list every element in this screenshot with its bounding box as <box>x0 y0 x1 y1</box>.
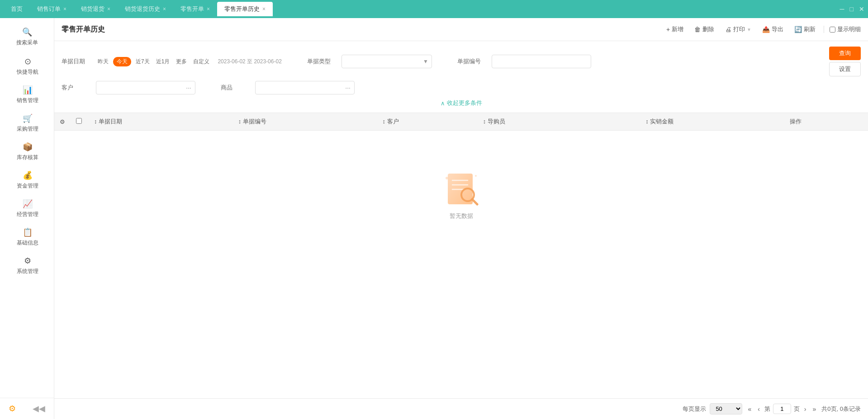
goods-dots-btn[interactable]: ··· <box>345 84 351 91</box>
empty-text: 暂无数据 <box>450 212 473 220</box>
display-detail-toggle[interactable]: 显示明细 <box>830 25 861 33</box>
sidebar-item-sys-mgmt[interactable]: ⚙ 系统管理 <box>0 251 54 280</box>
page-nav: « ‹ 第 页 › » <box>746 404 818 414</box>
maximize-btn[interactable]: □ <box>850 5 854 13</box>
tab-bar: 首页 销售订单 × 销货退货 × 销货退货历史 × 零售开单 × 零售开单历史 … <box>0 0 868 18</box>
content: 零售开单历史 + 新增 🗑 删除 🖨 打印 ▼ 📤 导出 <box>54 18 868 419</box>
sidebar-settings-icon[interactable]: ⚙ <box>9 404 16 414</box>
date-btn-today[interactable]: 今天 <box>113 57 131 66</box>
customer-input[interactable] <box>100 85 184 91</box>
customer-filter-label: 客户 <box>62 84 89 92</box>
date-btn-custom[interactable]: 自定义 <box>191 57 211 66</box>
customer-dots-btn[interactable]: ··· <box>186 84 191 91</box>
bill-no-input[interactable] <box>492 55 591 68</box>
col-bill-no[interactable]: ↕ 单据编号 <box>233 113 377 131</box>
display-detail-checkbox[interactable] <box>830 27 835 33</box>
per-page-select[interactable]: 50 100 200 <box>710 403 742 414</box>
query-button[interactable]: 查询 <box>829 47 861 60</box>
tab-sales-return-history[interactable]: 销货退货历史 × <box>118 2 173 16</box>
main-layout: 🔍 搜索采单 ⊙ 快捷导航 📊 销售管理 🛒 采购管理 📦 库存核算 💰 资金管… <box>0 18 868 419</box>
export-button[interactable]: 📤 导出 <box>759 24 786 35</box>
toolbar: + 新增 🗑 删除 🖨 打印 ▼ 📤 导出 🔄 <box>664 24 861 35</box>
search-icon: 🔍 <box>22 27 32 37</box>
svg-line-5 <box>472 199 477 204</box>
tab-sales-order-close[interactable]: × <box>63 6 66 12</box>
close-btn[interactable]: ✕ <box>859 5 864 13</box>
table-header-row: ⚙ ↕ 单据日期 ↕ 单据编号 <box>54 113 868 131</box>
date-range-display: 2023-06-02 至 2023-06-02 <box>218 58 281 66</box>
date-btn-yesterday[interactable]: 昨天 <box>96 57 110 66</box>
per-page-label: 每页显示 <box>683 405 706 413</box>
print-icon: 🖨 <box>725 26 731 33</box>
tab-retail-open[interactable]: 零售开单 × <box>173 2 217 16</box>
date-btn-1month[interactable]: 近1月 <box>154 57 172 66</box>
settings-gear-icon[interactable]: ⚙ <box>60 118 65 125</box>
export-icon: 📤 <box>762 26 770 33</box>
sales-mgmt-icon: 📊 <box>23 85 33 95</box>
sidebar-item-sales-mgmt[interactable]: 📊 销售管理 <box>0 80 54 109</box>
tab-sales-return[interactable]: 销货退货 × <box>74 2 118 16</box>
sys-mgmt-icon: ⚙ <box>24 256 31 266</box>
page-input[interactable] <box>773 404 791 414</box>
window-controls: ─ □ ✕ <box>840 5 864 13</box>
page-prefix-label: 第 <box>764 405 770 413</box>
add-icon: + <box>666 26 670 33</box>
sidebar-item-basic-info[interactable]: 📋 基础信息 <box>0 223 54 251</box>
prev-page-btn[interactable]: ‹ <box>756 405 762 414</box>
purchase-mgmt-icon: 🛒 <box>23 113 33 123</box>
bill-no-label: 单据编号 <box>457 57 484 66</box>
quick-nav-icon: ⊙ <box>24 56 31 66</box>
sidebar-item-finance[interactable]: 💰 资金管理 <box>0 166 54 194</box>
col-settings[interactable]: ⚙ <box>54 113 71 131</box>
sidebar-item-quick-nav[interactable]: ⊙ 快捷导航 <box>0 52 54 80</box>
goods-input[interactable] <box>259 85 343 91</box>
page-total-text: 共0页, 0条记录 <box>821 405 861 413</box>
date-filter-label: 单据日期 <box>62 57 89 66</box>
col-amount[interactable]: ↕ 实销金额 <box>640 113 784 131</box>
empty-state-row: 暂无数据 <box>54 131 868 257</box>
tab-retail-open-history-close[interactable]: × <box>262 6 266 12</box>
sidebar-item-operations[interactable]: 📈 经营管理 <box>0 194 54 223</box>
date-btn-more[interactable]: 更多 <box>174 57 189 66</box>
col-guide[interactable]: ↕ 导购员 <box>478 113 600 131</box>
tab-sales-return-close[interactable]: × <box>107 6 110 12</box>
col-checkbox[interactable] <box>71 113 89 131</box>
sidebar-item-inventory[interactable]: 📦 库存核算 <box>0 137 54 166</box>
tab-retail-open-history[interactable]: 零售开单历史 × <box>217 2 273 16</box>
filter-row-2: 客户 ··· 商品 ··· <box>62 81 861 94</box>
col-customer[interactable]: ↕ 客户 <box>377 113 477 131</box>
refresh-icon: 🔄 <box>794 26 802 33</box>
print-dropdown-icon: ▼ <box>747 27 751 32</box>
tab-sales-return-history-close[interactable]: × <box>163 6 166 12</box>
print-button[interactable]: 🖨 打印 ▼ <box>722 24 754 35</box>
customer-input-wrapper: ··· <box>96 81 195 94</box>
sidebar-bottom: ⚙ ◀◀ <box>0 398 54 419</box>
add-button[interactable]: + 新增 <box>664 24 686 35</box>
tab-sales-order[interactable]: 销售订单 × <box>30 2 74 16</box>
delete-button[interactable]: 🗑 删除 <box>692 24 717 35</box>
first-page-btn[interactable]: « <box>746 405 753 414</box>
sidebar-search[interactable]: 🔍 搜索采单 <box>0 22 54 52</box>
col-date[interactable]: ↕ 单据日期 <box>89 113 233 131</box>
next-page-btn[interactable]: › <box>802 405 808 414</box>
date-btn-7days[interactable]: 近7天 <box>134 57 152 66</box>
minimize-btn[interactable]: ─ <box>840 5 844 13</box>
svg-point-7 <box>475 175 477 177</box>
bill-type-select[interactable] <box>342 55 432 68</box>
page-title: 零售开单历史 <box>62 25 105 34</box>
sidebar-collapse-icon[interactable]: ◀◀ <box>33 404 45 414</box>
pagination-bar: 每页显示 50 100 200 « ‹ 第 页 › » 共0页, 0条记录 <box>54 398 868 419</box>
tab-retail-open-close[interactable]: × <box>207 6 210 12</box>
col-action: 操作 <box>784 113 868 131</box>
sidebar-item-purchase-mgmt[interactable]: 🛒 采购管理 <box>0 109 54 137</box>
refresh-button[interactable]: 🔄 刷新 <box>792 24 818 35</box>
finance-icon: 💰 <box>23 170 33 180</box>
table-body: 暂无数据 <box>54 131 868 257</box>
tab-home[interactable]: 首页 <box>4 2 30 16</box>
last-page-btn[interactable]: » <box>811 405 818 414</box>
settings-button[interactable]: 设置 <box>829 62 861 76</box>
delete-icon: 🗑 <box>694 26 701 33</box>
collapse-button[interactable]: ∧ 收起更多条件 <box>62 99 861 107</box>
date-buttons: 昨天 今天 近7天 近1月 更多 自定义 2023-06-02 至 2023-0… <box>96 57 282 66</box>
select-all-checkbox[interactable] <box>76 118 82 124</box>
